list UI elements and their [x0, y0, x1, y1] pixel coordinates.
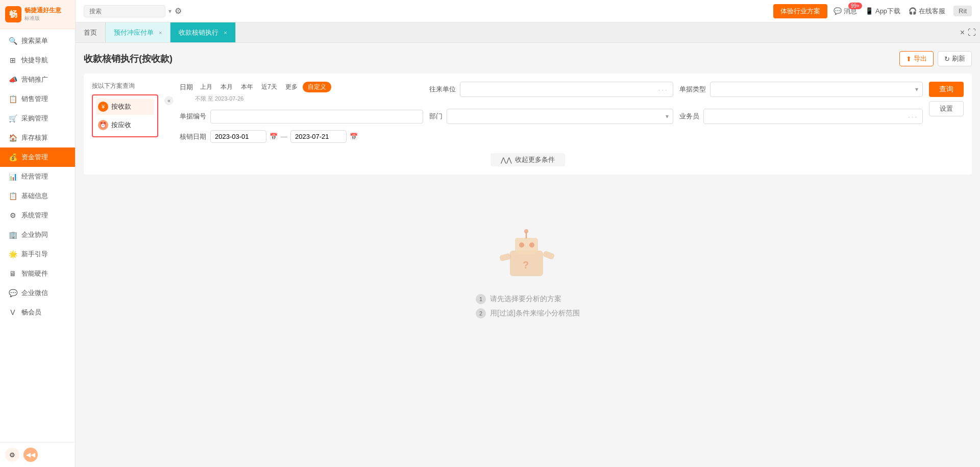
refresh-button[interactable]: ↻ 刷新 [938, 51, 972, 66]
doc-type-field: 单据类型 ▾ [679, 82, 923, 97]
purchase-icon: 🛒 [8, 114, 17, 123]
page-actions: ⬆ 导出 ↻ 刷新 [899, 51, 972, 66]
filter-option-receipt[interactable]: ¥ 按收款 [96, 99, 154, 115]
basic-icon: 📋 [8, 191, 17, 201]
sidebar-item-quick-nav[interactable]: ⊞ 快捷导航 [0, 51, 75, 70]
tab-home[interactable]: 首页 [76, 22, 106, 42]
tab-receipt-label: 收款核销执行 [179, 28, 218, 37]
tab-prepay-close-icon[interactable]: × [159, 30, 162, 36]
date-tab-last-month[interactable]: 上月 [197, 82, 215, 92]
filter-option-receivable-label: 按应收 [111, 120, 131, 130]
sidebar-nav: 🔍 搜索菜单 ⊞ 快捷导航 📣 营销推广 📋 销售管理 🛒 采购管理 🏠 库存核… [0, 29, 75, 442]
doc-num-input[interactable] [210, 110, 423, 124]
filter-collapse-arrow[interactable]: « [164, 82, 174, 105]
sidebar-item-basic[interactable]: 📋 基础信息 [0, 186, 75, 206]
sidebar-item-system[interactable]: ⚙ 系统管理 [0, 206, 75, 225]
sidebar-item-inventory[interactable]: 🏠 库存核算 [0, 128, 75, 148]
service-label: 在线客服 [919, 7, 945, 16]
doc-type-label: 单据类型 [679, 85, 706, 94]
verify-date-end-cal-icon[interactable]: 📅 [350, 133, 358, 140]
tip-1-number: 1 [476, 294, 486, 304]
doc-type-select[interactable]: ▾ [710, 82, 923, 97]
filter-row-2: 单据编号 部门 ▾ 业务员 [180, 109, 923, 124]
filter-option-receivable[interactable]: ⏰ 按应收 [96, 117, 154, 133]
date-tab-this-year[interactable]: 本年 [238, 82, 256, 92]
collapse-more-btn[interactable]: ⋀⋀ 收起更多条件 [491, 153, 565, 166]
sidebar-item-vip[interactable]: V 畅会员 [0, 303, 75, 322]
page-header: 收款核销执行(按收款) ⬆ 导出 ↻ 刷新 [84, 51, 972, 66]
settings-footer-icon[interactable]: ⚙ [5, 448, 19, 462]
filter-settings-button[interactable]: 设置 [929, 101, 964, 116]
counterpart-field: 往来单位 ··· [429, 82, 673, 97]
verify-date-start-cal-icon[interactable]: 📅 [270, 133, 278, 140]
operation-icon: 📊 [8, 172, 17, 181]
verify-date-start-input[interactable] [210, 130, 266, 143]
filter-sidebar-title: 按以下方案查询 [92, 82, 158, 90]
tab-receipt-close-icon[interactable]: × [224, 30, 227, 36]
receipt-option-icon: ¥ [98, 102, 108, 112]
refresh-icon: ↻ [944, 55, 950, 63]
tip-1-text: 请先选择要分析的方案 [490, 294, 561, 304]
staff-label: 业务员 [679, 112, 699, 121]
staff-input[interactable]: ··· [703, 109, 923, 124]
sidebar-footer: ⚙ ◀◀ [0, 442, 75, 467]
sidebar-item-search[interactable]: 🔍 搜索菜单 [0, 31, 75, 51]
tab-prepay[interactable]: 预付冲应付单 × [106, 22, 170, 42]
doc-num-label: 单据编号 [180, 112, 206, 121]
message-btn[interactable]: 💬 消息 99+ [834, 7, 857, 16]
date-sublabel: 不限 至 2023-07-26 [195, 95, 243, 102]
collapse-more-area: ⋀⋀ 收起更多条件 [92, 153, 964, 166]
logo-icon: 畅 [5, 6, 21, 22]
sidebar-item-enterprise[interactable]: 🏢 企业协同 [0, 225, 75, 244]
export-icon: ⬆ [906, 55, 912, 63]
doc-num-field: 单据编号 [180, 110, 423, 124]
sidebar-item-marketing[interactable]: 📣 营销推广 [0, 70, 75, 89]
counterpart-input[interactable]: ··· [460, 82, 673, 97]
sidebar-item-operation[interactable]: 📊 经营管理 [0, 167, 75, 186]
logo-badge: 标准版 [24, 15, 61, 22]
sidebar-item-sales[interactable]: 📋 销售管理 [0, 89, 75, 109]
date-tab-this-month[interactable]: 本月 [217, 82, 236, 92]
tab-expand-btn[interactable]: ⛶ [968, 28, 976, 37]
query-button[interactable]: 查询 [929, 82, 964, 97]
sidebar-item-purchase[interactable]: 🛒 采购管理 [0, 109, 75, 128]
export-button[interactable]: ⬆ 导出 [899, 51, 934, 66]
date-tab-custom[interactable]: 自定义 [303, 82, 331, 92]
sidebar-item-hardware[interactable]: 🖥 智能硬件 [0, 264, 75, 283]
user-info-btn[interactable]: Rit [953, 6, 972, 16]
filter-form: 日期 上月 本月 本年 近7天 更多 自定义 [180, 82, 923, 149]
finance-icon: 💰 [8, 153, 17, 162]
header-search-input[interactable] [84, 5, 165, 17]
collapse-more-label: 收起更多条件 [515, 155, 555, 164]
industry-btn[interactable]: 体验行业方案 [773, 4, 827, 18]
sidebar-item-wechat[interactable]: 💬 企业微信 [0, 283, 75, 303]
sidebar-collapse-button[interactable]: ◀◀ [23, 448, 38, 462]
header-gear-icon[interactable]: ⚙ [175, 6, 182, 16]
date-label: 日期 [180, 83, 193, 92]
tab-bar-actions: × ⛶ [960, 28, 976, 37]
system-icon: ⚙ [8, 211, 17, 220]
sidebar-item-finance[interactable]: 💰 资金管理 [0, 148, 75, 167]
export-label: 导出 [914, 54, 927, 63]
vip-icon: V [8, 308, 17, 317]
date-tab-more[interactable]: 更多 [282, 82, 301, 92]
app-icon: 📱 [865, 7, 873, 15]
date-tab-7days[interactable]: 近7天 [258, 82, 280, 92]
svg-point-3 [529, 242, 534, 248]
online-service-btn[interactable]: 🎧 在线客服 [909, 7, 945, 16]
tip-2-text: 用[过滤]条件来缩小分析范围 [490, 309, 580, 318]
guide-icon: 🌟 [8, 250, 17, 259]
empty-tips: 1 请先选择要分析的方案 2 用[过滤]条件来缩小分析范围 [476, 294, 580, 318]
tip-2-number: 2 [476, 308, 486, 318]
search-dropdown-icon[interactable]: ▾ [168, 8, 172, 15]
verify-date-end-input[interactable] [290, 130, 347, 143]
collapse-sidebar-icon[interactable]: « [164, 96, 174, 105]
receivable-option-icon: ⏰ [98, 120, 108, 130]
filter-panel: 按以下方案查询 ¥ 按收款 ⏰ 按应收 [84, 73, 972, 175]
dept-select[interactable]: ▾ [447, 109, 673, 124]
sidebar-item-guide[interactable]: 🌟 新手引导 [0, 244, 75, 264]
svg-rect-7 [543, 251, 555, 260]
tab-close-all-btn[interactable]: × [960, 28, 965, 37]
tab-receipt-cancel[interactable]: 收款核销执行 × [170, 22, 235, 42]
app-download-btn[interactable]: 📱 App下载 [865, 7, 900, 16]
